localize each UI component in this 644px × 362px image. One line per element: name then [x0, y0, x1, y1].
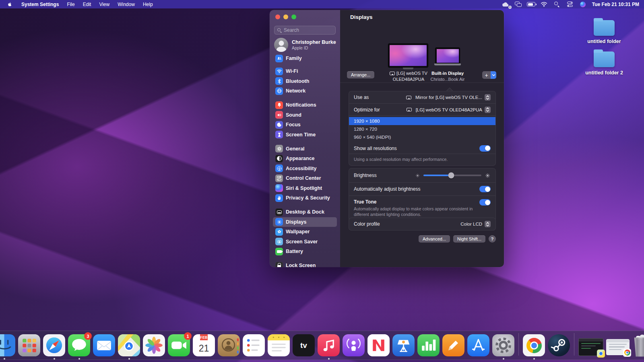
dock-item-podcasts[interactable]	[343, 334, 365, 356]
dock-item-chrome[interactable]	[523, 334, 545, 356]
screen-mirroring-icon[interactable]	[513, 0, 524, 8]
numbers-icon	[417, 334, 440, 356]
cloud-sync-icon[interactable]: ✕	[500, 0, 511, 8]
wifi-icon[interactable]	[539, 0, 549, 8]
arrange-button[interactable]: Arrange...	[347, 71, 374, 78]
resolution-option-960x540[interactable]: 960 × 540 (HiDPI)	[349, 133, 495, 141]
tv-display-thumbnail[interactable]	[388, 43, 428, 68]
dock-item-launchpad[interactable]	[18, 334, 40, 356]
sidebar-item-accessibility[interactable]: Accessibility	[273, 164, 337, 174]
menu-view[interactable]: View	[95, 0, 114, 8]
sidebar-item-lock-screen[interactable]: Lock Screen	[273, 261, 337, 267]
dock-item-maps[interactable]	[118, 334, 140, 356]
dock-item-app-store[interactable]	[467, 334, 489, 356]
night-shift-button[interactable]: Night Shift...	[453, 235, 485, 243]
show-all-resolutions-toggle[interactable]	[479, 145, 491, 152]
siri-icon[interactable]	[578, 0, 588, 8]
sidebar-item-control-center[interactable]: Control Center	[273, 173, 337, 183]
control-center-icon[interactable]	[565, 0, 575, 8]
dock-item-mail[interactable]	[93, 334, 115, 356]
battery-icon[interactable]	[526, 0, 537, 8]
sidebar-item-privacy-security[interactable]: Privacy & Security	[273, 193, 337, 203]
dock-item-pages[interactable]	[442, 334, 464, 356]
desktop-folder-1[interactable]: untitled folder	[582, 20, 626, 44]
menu-file[interactable]: File	[63, 0, 78, 8]
dock-item-photos[interactable]	[143, 334, 165, 356]
dock-item-music[interactable]	[318, 334, 340, 356]
builtin-display-thumbnail[interactable]	[434, 47, 461, 66]
dock-item-safari[interactable]	[43, 334, 65, 356]
sidebar-item-general[interactable]: General	[273, 144, 337, 154]
apple-menu[interactable]	[0, 0, 17, 8]
color-profile-stepper[interactable]	[485, 221, 491, 227]
auto-brightness-toggle[interactable]	[479, 186, 491, 192]
sidebar-item-network[interactable]: Network	[273, 86, 337, 96]
dock-item-tv[interactable]: tv	[293, 334, 315, 356]
auto-brightness-label: Automatically adjust brightness	[354, 186, 420, 192]
dock-item-facetime[interactable]: 1	[168, 334, 190, 356]
sidebar-item-displays[interactable]: Displays	[273, 217, 337, 227]
apple-id-row[interactable]: Christopher Burke Apple ID	[274, 38, 337, 52]
color-profile-row[interactable]: Color profile Color LCD	[349, 218, 495, 230]
sidebar-search[interactable]	[274, 26, 336, 35]
help-button[interactable]: ?	[489, 235, 496, 243]
dock-item-finder[interactable]	[0, 334, 15, 356]
sidebar-item-bluetooth[interactable]: Bluetooth	[273, 76, 337, 86]
brightness-slider[interactable]	[423, 175, 481, 176]
zoom-button[interactable]	[291, 14, 296, 19]
close-button[interactable]	[275, 14, 280, 19]
dock-item-notes[interactable]	[268, 334, 290, 356]
desktop-folder-2[interactable]: untitled folder 2	[582, 51, 626, 76]
spotlight-icon[interactable]	[552, 0, 562, 8]
brightness-label: Brightness	[354, 173, 377, 178]
sidebar-item-label: Family	[286, 56, 302, 61]
dock-item-news[interactable]	[367, 334, 390, 356]
optimize-for-stepper[interactable]	[485, 107, 491, 113]
dock-item-steam[interactable]	[548, 334, 570, 356]
sidebar-item-notifications[interactable]: Notifications	[273, 100, 337, 110]
sidebar-item-screen-time[interactable]: Screen Time	[273, 130, 337, 140]
menu-help[interactable]: Help	[139, 0, 157, 8]
sidebar-item-desktop-dock[interactable]: Desktop & Dock	[273, 207, 337, 217]
dock-item-keynote[interactable]	[392, 334, 415, 356]
search-input[interactable]	[284, 27, 332, 33]
menu-edit[interactable]: Edit	[79, 0, 95, 8]
dock-item-calendar[interactable]: FEB 21	[193, 334, 215, 356]
true-tone-toggle[interactable]	[479, 199, 491, 206]
advanced-button[interactable]: Advanced...	[419, 235, 450, 243]
plus-icon[interactable]: +	[482, 71, 491, 79]
dock-item-trash[interactable]	[632, 335, 644, 357]
minimized-window-dark[interactable]	[578, 338, 603, 356]
slider-thumb[interactable]	[448, 173, 454, 179]
dock-item-messages[interactable]: 3	[68, 334, 90, 356]
optimize-for-row[interactable]: Optimize for [LG] webOS TV OLED48A2PUA	[349, 103, 495, 115]
sidebar-item-siri-spotlight[interactable]: Siri & Spotlight	[273, 183, 337, 193]
use-as-stepper[interactable]	[485, 94, 491, 101]
dock-item-numbers[interactable]	[417, 334, 440, 356]
sidebar-item-label: Desktop & Dock	[286, 209, 324, 215]
sidebar-item-battery[interactable]: Battery	[273, 247, 337, 257]
menu-app-name[interactable]: System Settings	[17, 0, 63, 8]
minimize-button[interactable]	[283, 14, 288, 19]
sidebar-item-sound[interactable]: Sound	[273, 110, 337, 120]
sidebar-item-wallpaper[interactable]: Wallpaper	[273, 227, 337, 237]
sidebar-item-screen-saver[interactable]: Screen Saver	[273, 237, 337, 247]
menu-clock[interactable]: Tue Feb 21 10:31 PM	[590, 2, 639, 7]
appearance-icon	[275, 155, 283, 162]
minimized-window-light[interactable]	[606, 339, 630, 355]
dock-item-contacts[interactable]	[218, 334, 240, 356]
resolution-option-1920x1080[interactable]: 1920 × 1080	[349, 117, 495, 125]
menu-window[interactable]: Window	[114, 0, 139, 8]
sidebar-item-appearance[interactable]: Appearance	[273, 154, 337, 164]
add-display-button[interactable]: +	[482, 71, 496, 79]
family-icon	[275, 55, 283, 62]
dock-item-system-settings[interactable]	[492, 334, 514, 356]
chevron-down-icon[interactable]	[491, 71, 496, 79]
sidebar-item-wifi[interactable]: Wi-Fi	[273, 66, 337, 76]
sidebar-item-focus[interactable]: Focus	[273, 120, 337, 130]
use-as-row[interactable]: Use as Mirror for [LG] webOS TV OLE...	[349, 91, 495, 103]
maps-icon	[597, 350, 605, 358]
resolution-option-1280x720[interactable]: 1280 × 720	[349, 125, 495, 133]
dock-item-reminders[interactable]	[243, 334, 265, 356]
sidebar-item-family[interactable]: Family	[273, 53, 337, 64]
